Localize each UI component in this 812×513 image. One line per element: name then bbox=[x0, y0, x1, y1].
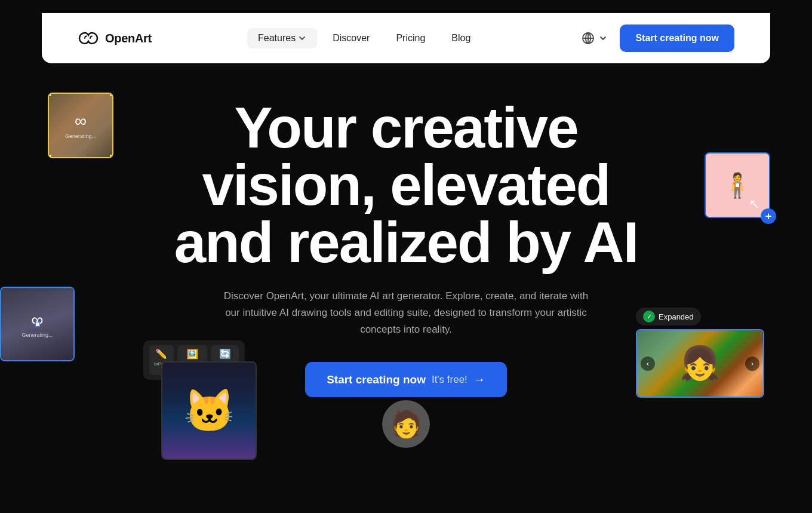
nav-pricing[interactable]: Pricing bbox=[385, 28, 436, 48]
hero-cta-arrow-icon: → bbox=[473, 373, 485, 386]
nav-discover[interactable]: Discover bbox=[322, 28, 380, 48]
nav-blog[interactable]: Blog bbox=[441, 28, 481, 48]
hero-cta-button[interactable]: Start creating now It's free! → bbox=[305, 362, 507, 397]
language-selector[interactable] bbox=[577, 27, 613, 50]
openart-logo-icon bbox=[78, 32, 99, 45]
nav-links: Features Discover Pricing Blog bbox=[247, 28, 481, 48]
logo[interactable]: OpenArt bbox=[78, 32, 152, 45]
navbar: OpenArt Features Discover Pricing Blog bbox=[42, 13, 770, 63]
hero-title: Your creative vision, elevated and reali… bbox=[137, 99, 675, 271]
nav-right: Start creating now bbox=[577, 24, 734, 52]
hero-cta-free-label: It's free! bbox=[432, 374, 467, 386]
chevron-down-icon bbox=[598, 33, 608, 43]
cat-fantasy-emoji: 🧑 bbox=[390, 408, 423, 440]
nav-features[interactable]: Features bbox=[247, 28, 317, 48]
nav-cta-button[interactable]: Start creating now bbox=[620, 24, 734, 52]
chevron-down-icon bbox=[298, 34, 306, 42]
bottom-avatar-circle: 🧑 bbox=[382, 400, 430, 448]
hero-subtitle: Discover OpenArt, your ultimate AI art g… bbox=[221, 288, 591, 338]
globe-icon bbox=[582, 32, 595, 45]
logo-wordmark: OpenArt bbox=[105, 32, 152, 45]
hero-section: Your creative vision, elevated and reali… bbox=[0, 63, 812, 397]
